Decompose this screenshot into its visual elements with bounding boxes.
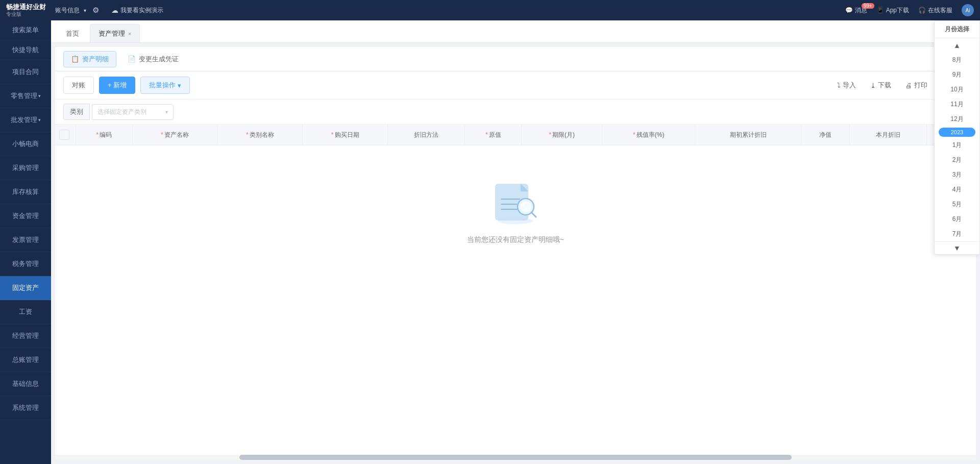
download-icon: ⤓: [870, 82, 876, 89]
sidebar-item-quick-nav[interactable]: 快捷导航: [0, 40, 51, 60]
asset-table: *编码 *资产名称 *类别名称 *购买日期 折旧方法 *原值 *期限(月) *残…: [55, 125, 976, 275]
empty-text: 当前您还没有固定资产明细哦~: [467, 235, 564, 245]
import-icon: ⤵: [837, 82, 841, 89]
sidebar-item-finance[interactable]: 资金管理: [0, 204, 51, 228]
add-button[interactable]: + 新增: [99, 77, 135, 94]
online-service-button[interactable]: 🎧 在线客服: [918, 6, 952, 15]
sidebar-item-search-menu[interactable]: 搜索菜单: [0, 20, 51, 40]
th-residual-rate: *残值率(%): [602, 125, 695, 145]
month-item-12[interactable]: 12月: [935, 112, 979, 127]
sub-tab-asset-detail[interactable]: 📋 资产明细: [63, 51, 116, 67]
month-item-5[interactable]: 5月: [935, 197, 979, 212]
svg-line-7: [531, 212, 536, 217]
cloud-icon: ☁: [111, 6, 118, 14]
page-content: 📋 资产明细 📄 变更生成凭证 对账 + 新增: [55, 47, 976, 460]
toolbar: 对账 + 新增 批量操作 ▾ ⤵ 导入: [55, 71, 976, 100]
filter-bar: 类别 选择固定资产类别 ▾: [55, 100, 976, 125]
sidebar-item-retail-mgmt[interactable]: 零售管理 ▾: [0, 84, 51, 108]
top-bar: 畅捷通好业财 专业版 账号信息 ▾ ⚙ ☁ 我要看实例演示 💬 消息 99+ 📱…: [0, 0, 980, 20]
chevron-down-icon: ▾: [165, 109, 168, 115]
sidebar-item-fixed-assets[interactable]: 固定资产: [0, 276, 51, 300]
sub-tab-change-voucher[interactable]: 📄 变更生成凭证: [120, 52, 186, 67]
month-item-4[interactable]: 4月: [935, 182, 979, 197]
horizontal-scrollbar[interactable]: [55, 455, 976, 460]
month-item-9[interactable]: 9月: [935, 67, 979, 82]
settings-icon[interactable]: ⚙: [92, 6, 99, 15]
month-item-6[interactable]: 6月: [935, 212, 979, 227]
sidebar-item-purchase-mgmt[interactable]: 采购管理: [0, 156, 51, 180]
print-button[interactable]: 🖨 打印: [900, 78, 933, 93]
month-item-11[interactable]: 11月: [935, 97, 979, 112]
sidebar-item-payroll[interactable]: 工资: [0, 300, 51, 324]
download-button[interactable]: ⤓ 下载: [865, 78, 896, 93]
month-list: 8月 9月 10月 11月 12月 2023 1月 2月 3月 4月 5月 6月…: [935, 53, 979, 241]
table-header-row: *编码 *资产名称 *类别名称 *购买日期 折旧方法 *原值 *期限(月) *残…: [55, 125, 976, 145]
sidebar-item-system-mgmt[interactable]: 系统管理: [0, 396, 51, 420]
chevron-down-icon: ▾: [38, 117, 41, 123]
sub-tab-bar: 📋 资产明细 📄 变更生成凭证: [55, 47, 976, 71]
inner-content: 📋 资产明细 📄 变更生成凭证 对账 + 新增: [55, 47, 976, 460]
account-dropdown-icon[interactable]: ▾: [84, 8, 86, 13]
th-monthly-depreciation: 本月折旧: [850, 125, 927, 145]
th-category-name: *类别名称: [217, 125, 303, 145]
category-label: 类别: [63, 104, 90, 120]
select-all-checkbox[interactable]: [59, 130, 69, 140]
sidebar-item-tax-mgmt[interactable]: 税务管理: [0, 252, 51, 276]
message-button[interactable]: 💬 消息 99+: [845, 6, 867, 15]
sidebar-item-general-ledger[interactable]: 总账管理: [0, 348, 51, 372]
sidebar-item-ecommerce[interactable]: 小畅电商: [0, 132, 51, 156]
month-picker-up-button[interactable]: ▲: [950, 40, 964, 51]
sidebar-item-wholesale-mgmt[interactable]: 批发管理 ▾: [0, 108, 51, 132]
th-period-months: *期限(月): [522, 125, 602, 145]
reconcile-button[interactable]: 对账: [63, 77, 94, 94]
demo-link[interactable]: ☁ 我要看实例演示: [111, 6, 163, 15]
print-icon: 🖨: [905, 82, 912, 89]
month-picker-footer: ▼: [935, 241, 979, 254]
scroll-thumb[interactable]: [239, 455, 792, 460]
category-select[interactable]: 选择固定资产类别 ▾: [92, 104, 174, 120]
th-depreciation-method: 折旧方法: [388, 125, 465, 145]
doc-icon: 📄: [128, 55, 136, 63]
th-net-value: 净值: [801, 125, 849, 145]
svg-point-6: [520, 201, 531, 212]
th-code: *编码: [76, 125, 132, 145]
list-icon: 📋: [71, 55, 79, 63]
table-area: *编码 *资产名称 *类别名称 *购买日期 折旧方法 *原值 *期限(月) *残…: [55, 125, 976, 455]
message-icon: 💬: [845, 7, 853, 14]
month-picker-panel: 月份选择 ▲ 8月 9月 10月 11月 12月 2023 1月 2月 3月 4…: [934, 20, 980, 255]
th-original-value: *原值: [465, 125, 522, 145]
tab-asset-mgmt[interactable]: 资产管理 ×: [90, 24, 140, 42]
month-picker-down-button[interactable]: ▼: [953, 244, 961, 252]
sidebar: 搜索菜单 快捷导航 项目合同 零售管理 ▾ 批发管理 ▾ 小畅电商 采购管理 库…: [0, 20, 51, 464]
th-purchase-date: *购买日期: [303, 125, 388, 145]
batch-ops-arrow-icon: ▾: [178, 82, 181, 89]
month-item-3[interactable]: 3月: [935, 167, 979, 182]
app-download-button[interactable]: 📱 App下载: [876, 6, 909, 15]
sidebar-item-project-contract[interactable]: 项目合同: [0, 60, 51, 84]
top-bar-right: 💬 消息 99+ 📱 App下载 🎧 在线客服 Ai: [845, 4, 974, 16]
svg-point-8: [522, 203, 525, 206]
tab-bar: 首页 资产管理 ×: [51, 20, 980, 43]
category-filter[interactable]: 类别 选择固定资产类别 ▾: [63, 104, 174, 120]
sidebar-item-inventory[interactable]: 库存核算: [0, 180, 51, 204]
user-avatar[interactable]: Ai: [962, 4, 974, 16]
tab-close-icon[interactable]: ×: [128, 31, 131, 37]
empty-state-icon: [485, 176, 546, 227]
month-item-2[interactable]: 2月: [935, 153, 979, 167]
month-item-7[interactable]: 7月: [935, 227, 979, 241]
month-item-8[interactable]: 8月: [935, 53, 979, 67]
empty-row: 当前您还没有固定资产明细哦~: [55, 145, 976, 276]
phone-icon: 📱: [876, 7, 884, 14]
th-accumulated-depreciation: 期初累计折旧: [695, 125, 801, 145]
account-info[interactable]: 账号信息: [55, 6, 80, 15]
sidebar-item-invoice-mgmt[interactable]: 发票管理: [0, 228, 51, 252]
th-asset-name: *资产名称: [132, 125, 217, 145]
batch-ops-button[interactable]: 批量操作 ▾: [140, 77, 190, 94]
headset-icon: 🎧: [918, 7, 926, 14]
tab-home[interactable]: 首页: [57, 24, 88, 42]
import-button[interactable]: ⤵ 导入: [832, 78, 861, 93]
sidebar-item-operation-mgmt[interactable]: 经营管理: [0, 324, 51, 348]
month-item-1[interactable]: 1月: [935, 138, 979, 153]
month-item-10[interactable]: 10月: [935, 82, 979, 97]
sidebar-item-basic-info[interactable]: 基础信息: [0, 372, 51, 396]
